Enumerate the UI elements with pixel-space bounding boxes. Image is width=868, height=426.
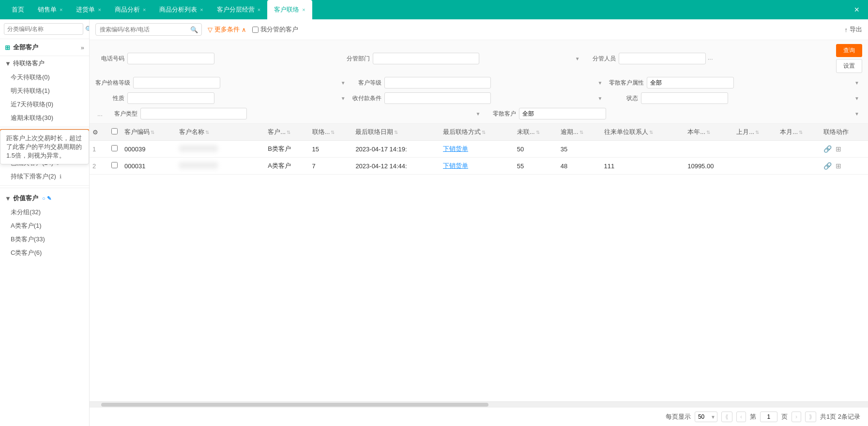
sidebar-search-input[interactable]	[4, 23, 83, 35]
sort-contact-icon[interactable]: ⇅	[331, 130, 335, 135]
sidebar-item-declining[interactable]: 持续下滑客户(2) ℹ	[0, 170, 89, 183]
more-conditions-btn[interactable]: ▽ 更多条件 ∧	[208, 25, 246, 34]
close-analysis-list-icon[interactable]: ×	[200, 7, 203, 13]
scroll-thumb[interactable]	[101, 403, 488, 407]
sidebar-all-customers[interactable]: ⊞ 全部客户 »	[0, 39, 89, 56]
filter-dept: 分管部门 ▼	[341, 53, 582, 64]
customer-grade-select[interactable]	[384, 77, 491, 88]
filter-person: 分管人员 ···	[587, 53, 828, 64]
customer-grade-chevron-icon: ▼	[597, 80, 602, 86]
last-page-button[interactable]: ⟫	[805, 411, 816, 422]
page-unit-label: 页	[781, 412, 788, 421]
close-analysis-icon[interactable]: ×	[143, 7, 146, 13]
settings-button[interactable]: 设置	[836, 59, 862, 73]
per-page-select[interactable]: 50 100	[695, 411, 717, 422]
sort-unit-icon[interactable]: ⇅	[649, 130, 653, 135]
grid-action-icon-2[interactable]: ⊞	[836, 162, 841, 170]
main-search-icon[interactable]: 🔍	[190, 26, 198, 33]
gender-select[interactable]	[127, 92, 214, 104]
link-icon-1[interactable]: 🔗	[823, 145, 832, 153]
page-label: 第	[750, 412, 756, 421]
sidebar-item-a-class[interactable]: A类客户(1)	[0, 219, 89, 233]
nav-item-analysis-list[interactable]: 商品分析列表 ×	[152, 0, 210, 19]
nav-item-analysis[interactable]: 商品分析 ×	[108, 0, 152, 19]
sidebar-item-ungrouped[interactable]: 未分组(32)	[0, 206, 89, 219]
sort-date-icon[interactable]: ⇅	[394, 130, 398, 135]
row-last-month-2	[733, 158, 777, 175]
collapse-sidebar-icon[interactable]: »	[81, 44, 84, 51]
grid-action-icon-1[interactable]: ⊞	[836, 145, 841, 153]
sidebar-group-value[interactable]: ▼ 价值客户 ○ ✎	[0, 191, 89, 206]
window-close-button[interactable]: ×	[850, 5, 863, 15]
page-input[interactable]	[760, 411, 777, 422]
nav-item-purchase[interactable]: 进货单 ×	[69, 0, 107, 19]
sidebar-search-icon[interactable]: 🔍	[85, 26, 90, 33]
customer-type-select[interactable]	[140, 108, 247, 119]
my-customer-checkbox[interactable]	[252, 27, 259, 33]
last-method-link-2[interactable]: 下销货单	[443, 162, 468, 169]
sort-month-icon[interactable]: ⇅	[799, 130, 803, 135]
close-contact-icon[interactable]: ×	[302, 7, 305, 13]
filter-row-1: 电话号码 分管部门 ▼ 分管人员 ··· 查询 设置	[95, 44, 862, 73]
sort-uncontacted-icon[interactable]: ⇅	[536, 130, 540, 135]
person-dots-icon[interactable]: ···	[706, 55, 715, 62]
sort-overdue-icon[interactable]: ⇅	[579, 130, 583, 135]
person-input[interactable]	[619, 53, 706, 64]
nav-item-customer-contact[interactable]: 客户联络 ×	[267, 0, 312, 19]
sidebar-group-pending[interactable]: ▼ 待联络客户	[0, 56, 89, 71]
sort-year-icon[interactable]: ⇅	[706, 130, 710, 135]
sort-type-icon[interactable]: ⇅	[287, 130, 290, 135]
close-segment-icon[interactable]: ×	[258, 7, 260, 13]
nav-item-home[interactable]: 首页	[5, 0, 31, 19]
row-checkbox-1[interactable]	[111, 145, 118, 151]
export-button[interactable]: ↑ 导出	[845, 25, 863, 34]
edit-value-icon[interactable]: ○ ✎	[42, 195, 51, 202]
select-all-checkbox[interactable]	[111, 128, 118, 134]
settings-icon[interactable]: ⚙	[92, 129, 98, 136]
price-grade-select[interactable]	[133, 77, 220, 88]
sidebar-item-b-class[interactable]: B类客户(33)	[0, 233, 89, 246]
my-customer-area: 我分管的客户	[252, 25, 298, 34]
next-page-button[interactable]: ›	[792, 411, 801, 422]
retail-attr-select[interactable]: 全部	[647, 77, 734, 88]
th-code: 客户编码⇅	[122, 124, 176, 141]
sidebar-item-overdue[interactable]: 逾期未联络(30)	[0, 111, 89, 125]
sort-code-icon[interactable]: ⇅	[151, 130, 154, 135]
export-area: ↑ 导出	[845, 25, 863, 34]
sidebar-item-tomorrow[interactable]: 明天待联络(1)	[0, 84, 89, 98]
prev-page-button[interactable]: ‹	[736, 411, 746, 422]
pay-cond-select[interactable]	[384, 92, 491, 104]
row-checkbox-2[interactable]	[111, 162, 118, 168]
first-page-button[interactable]: ⟪	[721, 411, 732, 422]
filter-row-3: 性质 ▼ 收付款条件 ▼ 状态	[95, 92, 862, 104]
dept-select[interactable]	[373, 53, 479, 64]
main-search-input[interactable]	[95, 23, 202, 36]
sidebar-item-7days[interactable]: 近7天待联络(0)	[0, 98, 89, 111]
nav-item-customer-segment[interactable]: 客户分层经营 ×	[210, 0, 267, 19]
sidebar-item-today[interactable]: 今天待联络(0)	[0, 71, 89, 84]
close-purchase-icon[interactable]: ×	[98, 7, 101, 13]
sort-method-icon[interactable]: ⇅	[482, 130, 486, 135]
row-last-month-1	[733, 141, 777, 158]
horizontal-scrollbar[interactable]	[90, 401, 868, 407]
action-icons-1: 🔗 ⊞	[823, 145, 865, 153]
customer-table: ⚙ 客户编码⇅ 客户名称⇅ 客户...⇅	[90, 124, 868, 175]
per-page-label: 每页显示	[666, 412, 691, 421]
query-button[interactable]: 查询	[836, 44, 862, 57]
export-icon: ↑	[845, 26, 848, 33]
close-sales-icon[interactable]: ×	[60, 7, 62, 13]
sort-name-icon[interactable]: ⇅	[205, 130, 209, 135]
last-method-link-1[interactable]: 下销货单	[443, 145, 468, 152]
nav-item-sales[interactable]: 销售单 ×	[31, 0, 69, 19]
th-last-method: 最后联络方式⇅	[440, 124, 514, 141]
sort-lmonth-icon[interactable]: ⇅	[755, 130, 759, 135]
link-icon-2[interactable]: 🔗	[823, 162, 832, 170]
row4-dots-icon[interactable]: ...	[95, 110, 105, 118]
phone-input[interactable]	[127, 53, 214, 64]
status-select[interactable]	[641, 92, 728, 104]
filter-gender: 性质 ▼	[95, 92, 349, 104]
sidebar-item-c-class[interactable]: C类客户(6)	[0, 246, 89, 260]
retail-customer-select[interactable]: 全部	[519, 108, 606, 119]
filter-customer-type: 客户类型 ▼	[108, 108, 484, 119]
status-chevron-icon: ▼	[854, 96, 859, 101]
